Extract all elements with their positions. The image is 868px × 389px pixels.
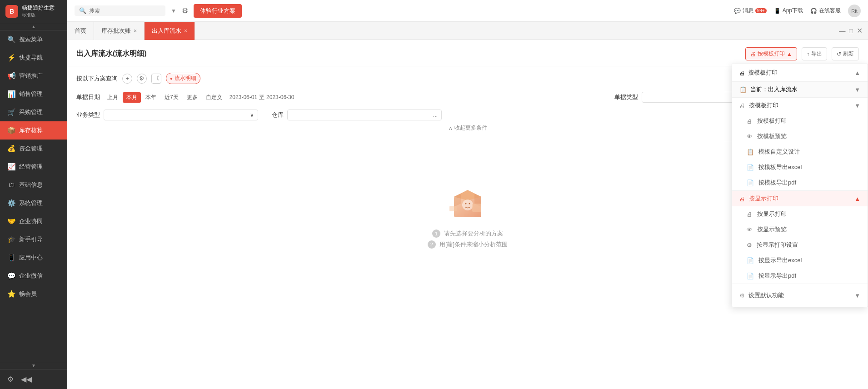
display-export-pdf-item[interactable]: 📄 按显示导出pdf [732,268,868,284]
sidebar-item-purchase[interactable]: 🛒 采购管理 [0,103,67,121]
svg-point-6 [469,203,470,204]
filter-add-btn[interactable]: + [122,74,132,84]
template-export-excel-item[interactable]: 📄 按模板导出excel [732,160,868,175]
topbar-gear-icon[interactable]: ⚙ [182,6,188,15]
maximize-window-icon[interactable]: □ [849,27,853,35]
sidebar-item-system[interactable]: ⚙️ 系统管理 [0,194,67,212]
excel-icon: 📄 [747,164,754,171]
date-tab-prev-month[interactable]: 上月 [104,92,122,103]
print-dropdown-close-chevron[interactable]: ▲ [854,70,860,76]
tab-batch-ledger[interactable]: 库存批次账× [94,22,145,40]
template-print-header[interactable]: 🖨 按模板打印 ▼ [732,98,868,113]
sidebar-item-icon-sales: 📊 [7,90,15,98]
sidebar-item-label-finance: 资金管理 [19,145,43,153]
date-tab-current-year[interactable]: 本年 [142,92,160,103]
template-custom-item[interactable]: 📋 模板自定义设计 [732,144,868,160]
print-template-btn[interactable]: 🖨 按模板打印 ▲ [745,47,797,60]
tab-close-flow[interactable]: × [184,28,187,34]
filter-tag-icon: ● [170,76,173,81]
warehouse-select[interactable]: ... [287,110,442,120]
sidebar-item-icon-guide: 🎓 [7,235,15,244]
sidebar-item-icon-purchase: 🛒 [7,108,15,116]
biz-type-label: 业务类型 [76,111,100,119]
template-preview-item[interactable]: 👁 按模板预览 [732,129,868,144]
display-print-settings-item[interactable]: ⚙ 按显示打印设置 [732,237,868,253]
print-current-selection[interactable]: 📋 当前：出入库流水 ▼ [732,82,868,98]
filter-settings-btn[interactable]: ⚙ [137,74,147,84]
doc-type-label: 单据类型 [614,93,638,101]
date-tab-custom[interactable]: 自定义 [202,92,226,103]
date-tabs: 上月本月本年近7天更多自定义 [104,92,226,103]
sidebar-scroll-down[interactable]: ▼ [0,362,67,369]
tab-flow[interactable]: 出入库流水× [145,22,195,40]
sidebar-item-label-sales: 销售管理 [19,90,43,98]
filter-collapse-btn[interactable]: 《 [151,74,161,84]
sidebar-item-wechat[interactable]: 💬 企业微信 [0,267,67,285]
sidebar-item-guide[interactable]: 🎓 新手引导 [0,230,67,249]
export-btn[interactable]: ↑ 导出 [802,47,827,60]
sidebar-item-members[interactable]: ⭐ 畅会员 [0,285,67,303]
svg-rect-7 [472,204,481,212]
refresh-btn[interactable]: ↺ 刷新 [832,47,859,60]
sidebar-item-appcenter[interactable]: 📱 应用中心 [0,249,67,267]
print-current-icon: 📋 [739,86,747,93]
sidebar-nav: 🔍 搜索菜单 ⚡ 快捷导航 📢 营销推广 📊 销售管理 🛒 采购管理 📦 库存核… [0,30,67,362]
search-input[interactable] [89,8,153,14]
minimize-window-icon[interactable]: — [839,27,846,35]
display-print-header-label: 按显示打印 [749,194,778,203]
set-default-item[interactable]: ⚙ 设置默认功能 ▼ [739,288,860,303]
sidebar-bottom: ⚙ ◀◀ [0,369,67,389]
print-current-chevron: ▼ [854,86,860,93]
trial-btn[interactable]: 体验行业方案 [194,4,242,18]
date-tab-7days[interactable]: 近7天 [161,92,182,103]
app-logo: B 畅捷通好生意 标准版 [0,0,67,23]
sidebar-item-label-members: 畅会员 [19,290,37,298]
app-download-btn[interactable]: 📱 App下载 [774,7,803,15]
display-export-excel-item[interactable]: 📄 按显示导出excel [732,253,868,268]
sidebar-item-operations[interactable]: 📈 经营管理 [0,158,67,176]
messages-btn[interactable]: 💬 消息 99+ [734,7,767,15]
collapse-sidebar-icon[interactable]: ◀◀ [21,375,32,384]
print-item-icon: 🖨 [747,118,753,125]
pdf-icon: 📄 [747,180,754,186]
app-download-icon: 📱 [774,8,781,14]
warehouse-label: 仓库 [272,111,284,119]
close-window-icon[interactable]: ✕ [857,26,863,35]
tab-close-batch-ledger[interactable]: × [134,28,137,34]
sidebar-item-search[interactable]: 🔍 搜索菜单 [0,30,67,49]
display-print-item[interactable]: 🖨 按显示打印 [732,206,868,222]
print-icon: 🖨 [750,51,756,57]
date-tab-current-month[interactable]: 本月 [123,92,141,103]
sidebar-item-label-wechat: 企业微信 [19,272,43,280]
sidebar-item-inventory[interactable]: 📦 库存核算 [0,121,67,140]
page-toolbar: 🖨 按模板打印 ▲ ↑ 导出 ↺ 刷新 [745,47,859,60]
sidebar-item-label-operations: 经营管理 [19,163,43,171]
sidebar-item-icon-marketing: 📢 [7,72,15,80]
template-print-item[interactable]: 🖨 按模板打印 [732,113,868,129]
sidebar-item-cooperation[interactable]: 🤝 企业协同 [0,212,67,230]
display-preview-item[interactable]: 👁 按显示预览 [732,222,868,237]
sidebar-item-basics[interactable]: 🗂 基础信息 [0,176,67,194]
sidebar-scroll-up[interactable]: ▲ [0,23,67,30]
sidebar-item-icon-search: 🔍 [7,35,15,44]
filter-tag[interactable]: ● 流水明细 [166,73,200,84]
display-print-items: 🖨 按显示打印 👁 按显示预览 ⚙ 按显示打印设置 📄 按显示导出excel 📄… [732,206,868,284]
sidebar-item-finance[interactable]: 💰 资金管理 [0,140,67,158]
sidebar-item-quick-nav[interactable]: ⚡ 快捷导航 [0,49,67,67]
avatar[interactable]: Rit [848,5,861,17]
online-service-btn[interactable]: 🎧 在线客服 [810,7,841,15]
date-tab-more[interactable]: 更多 [183,92,201,103]
display-print-header[interactable]: 🖨 按显示打印 ▲ [732,191,868,206]
sidebar-item-marketing[interactable]: 📢 营销推广 [0,67,67,85]
set-default-label: 设置默认功能 [748,291,784,299]
tab-home[interactable]: 首页 [67,22,94,40]
sidebar-item-sales[interactable]: 📊 销售管理 [0,85,67,103]
topbar-search-dropdown[interactable]: ▼ [171,8,176,14]
empty-step-1: 1 请先选择要分析的方案 [432,229,503,238]
sidebar-item-label-inventory: 库存核算 [19,126,43,135]
sidebar-item-label-cooperation: 企业协同 [19,217,43,225]
settings-icon[interactable]: ⚙ [7,375,14,384]
template-export-pdf-item[interactable]: 📄 按模板导出pdf [732,175,868,190]
topbar-search[interactable]: 🔍 [75,5,165,16]
biz-type-select[interactable]: ∨ [104,110,258,120]
